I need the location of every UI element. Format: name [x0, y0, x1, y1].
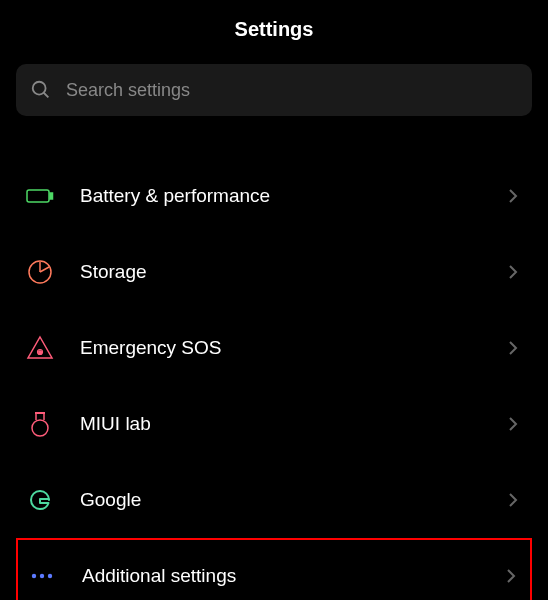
lab-icon: [26, 410, 54, 438]
item-label: MIUI lab: [80, 413, 504, 435]
item-label: Emergency SOS: [80, 337, 504, 359]
settings-item-emergency[interactable]: s Emergency SOS: [16, 310, 532, 386]
page-title: Settings: [235, 18, 314, 41]
search-icon: [30, 79, 52, 101]
chevron-right-icon: [504, 491, 522, 509]
item-label: Additional settings: [82, 565, 502, 587]
header: Settings: [0, 0, 548, 58]
settings-list: Battery & performance Storage: [0, 158, 548, 600]
chevron-right-icon: [504, 415, 522, 433]
settings-item-additional[interactable]: Additional settings: [16, 538, 532, 600]
search-placeholder: Search settings: [66, 80, 190, 101]
chevron-right-icon: [502, 567, 520, 585]
svg-text:s: s: [39, 349, 42, 355]
settings-item-miui-lab[interactable]: MIUI lab: [16, 386, 532, 462]
spacer: [0, 130, 548, 158]
storage-icon: [26, 258, 54, 286]
svg-rect-3: [50, 193, 53, 199]
svg-rect-2: [27, 190, 49, 202]
search-bar[interactable]: Search settings: [16, 64, 532, 116]
item-label: Battery & performance: [80, 185, 504, 207]
chevron-right-icon: [504, 187, 522, 205]
chevron-right-icon: [504, 339, 522, 357]
settings-item-battery[interactable]: Battery & performance: [16, 158, 532, 234]
svg-point-0: [33, 82, 46, 95]
item-label: Storage: [80, 261, 504, 283]
emergency-icon: s: [26, 334, 54, 362]
settings-item-google[interactable]: Google: [16, 462, 532, 538]
more-icon: [28, 562, 56, 590]
svg-point-9: [40, 574, 44, 578]
google-icon: [26, 486, 54, 514]
battery-icon: [26, 182, 54, 210]
svg-point-7: [32, 420, 48, 436]
settings-item-storage[interactable]: Storage: [16, 234, 532, 310]
svg-line-1: [44, 93, 49, 98]
svg-point-8: [32, 574, 36, 578]
item-label: Google: [80, 489, 504, 511]
svg-point-10: [48, 574, 52, 578]
chevron-right-icon: [504, 263, 522, 281]
